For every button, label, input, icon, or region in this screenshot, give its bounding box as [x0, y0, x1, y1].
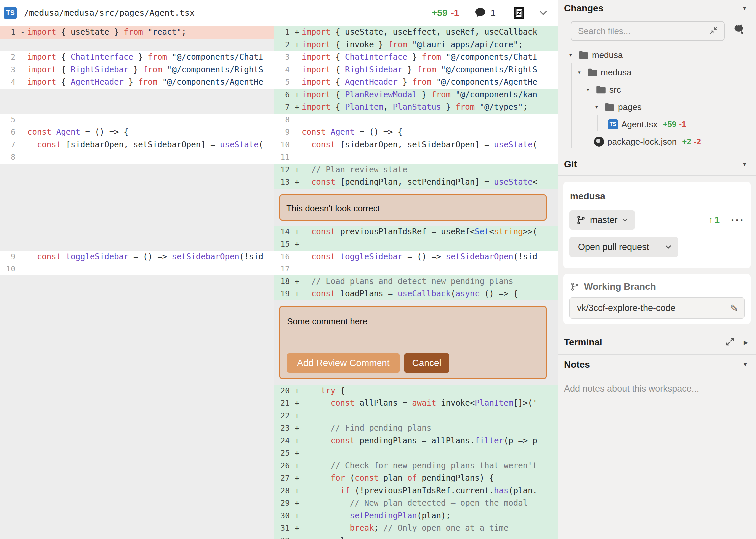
diff-code-line[interactable]: 30+ setPendingPlan(plan); — [274, 510, 558, 522]
diff-code-line[interactable]: 16 const toggleSidebar = () => setSideba… — [274, 251, 558, 263]
open-pull-request-button[interactable]: Open pull request — [569, 237, 658, 257]
chevron-down-icon[interactable] — [538, 7, 549, 19]
diff-code-line[interactable]: 24+ const pendingPlans = allPlans.filter… — [274, 435, 558, 447]
comment-bubble-icon[interactable] — [474, 7, 486, 19]
diff-code-line[interactable]: 2import { ChatInterface } from "@/compon… — [0, 51, 274, 64]
search-files-input[interactable] — [577, 26, 709, 37]
diff-filler-cell — [0, 89, 274, 101]
diff-code-line[interactable]: 31+ break; // Only open one at a time — [274, 522, 558, 535]
tree-item-pages[interactable]: ▾pages — [558, 98, 756, 116]
diff-code-line[interactable]: 10 const [sidebarOpen, setSidebarOpen] =… — [274, 139, 558, 151]
notes-placeholder[interactable]: Add notes about this workspace... — [558, 375, 756, 403]
comment-input[interactable]: Some comment here — [280, 307, 546, 327]
terminal-section-header[interactable]: Terminal ▶ — [558, 330, 756, 354]
changes-section-header[interactable]: Changes ▼ — [558, 0, 756, 17]
working-branch-field[interactable]: vk/3ccf-explore-the-code ✎ — [569, 297, 745, 319]
github-cat-icon[interactable] — [732, 24, 745, 38]
diff-code-line[interactable]: 8 — [274, 114, 558, 126]
diff-code-line[interactable]: 11 — [274, 151, 558, 164]
diff-marker: + — [292, 26, 302, 39]
diff-code-line[interactable]: 19+ const loadPlans = useCallback(async … — [274, 288, 558, 300]
code-text: } — [302, 535, 558, 539]
collapse-tree-icon[interactable] — [709, 25, 719, 37]
line-number: 3 — [0, 64, 15, 76]
git-section-header[interactable]: Git ▼ — [558, 153, 756, 175]
chevron-down-icon[interactable]: ▾ — [569, 52, 575, 58]
cancel-button[interactable]: Cancel — [404, 353, 449, 373]
diff-code-line[interactable]: 9const Agent = () => { — [274, 126, 558, 139]
collapse-triangle-icon[interactable]: ▼ — [742, 361, 748, 368]
diff-code-line[interactable]: 7 const [sidebarOpen, setSidebarOpen] = … — [0, 139, 274, 151]
expand-right-triangle-icon[interactable]: ▶ — [744, 339, 748, 346]
comment-composer[interactable]: Some comment hereAdd Review CommentCance… — [279, 306, 547, 379]
diff-code-line[interactable]: 2+import { invoke } from "@tauri-apps/ap… — [274, 39, 558, 51]
code-text: break; // Only open one at a time — [302, 522, 558, 535]
diff-code-line[interactable]: 23+ // Find pending plans — [274, 422, 558, 435]
code-text — [302, 151, 558, 164]
diff-code-line[interactable]: 3import { ChatInterface } from "@/compon… — [274, 51, 558, 64]
diff-marker: + — [292, 422, 302, 435]
diff-code-line[interactable]: 13+ const [pendingPlan, setPendingPlan] … — [274, 176, 558, 189]
diff-code-line[interactable]: 1+import { useState, useEffect, useRef, … — [274, 26, 558, 39]
diff-code-line[interactable]: 9 const toggleSidebar = () => setSidebar… — [0, 251, 274, 263]
edit-pencil-icon[interactable]: ✎ — [730, 302, 738, 314]
diff-code-line[interactable]: 14+ const previousPlanIdsRef = useRef<Se… — [274, 226, 558, 238]
diff-row: 15+ — [0, 238, 558, 251]
diff-code-line[interactable]: 27+ for (const plan of pendingPlans) { — [274, 472, 558, 485]
diff-code-line[interactable]: 5import { AgentHeader } from "@/componen… — [274, 76, 558, 89]
diff-code-line[interactable]: 4import { RightSidebar } from "@/compone… — [274, 64, 558, 76]
diff-filler-cell — [0, 497, 274, 510]
diff-code-line[interactable]: 25+ — [274, 447, 558, 460]
branch-selector[interactable]: master — [569, 210, 635, 230]
code-text: import { useState, useEffect, useRef, us… — [302, 26, 558, 39]
diff-code-line[interactable]: 6+import { PlanReviewModal } from "@/com… — [274, 89, 558, 101]
diff-code-line[interactable]: 17 — [274, 263, 558, 275]
code-text: for (const plan of pendingPlans) { — [302, 472, 558, 485]
file-label: pages — [618, 102, 642, 112]
tree-item-medusa[interactable]: ▾medusa — [558, 64, 756, 81]
chevron-down-icon[interactable]: ▾ — [578, 69, 584, 75]
diff-filler-cell — [0, 288, 274, 300]
diff-row: 31+ break; // Only open one at a time — [0, 522, 558, 535]
diff-row: 20+ try { — [0, 385, 558, 397]
tree-item-package-lock-json[interactable]: package-lock.json+2-2 — [558, 133, 756, 150]
diff-code-line[interactable]: 15+ — [274, 238, 558, 251]
diff-code-line[interactable]: 3import { RightSidebar } from "@/compone… — [0, 64, 274, 76]
diff-code-line[interactable]: 22+ — [274, 410, 558, 422]
diff-code-line[interactable]: 6const Agent = () => { — [0, 126, 274, 139]
chevron-down-icon[interactable]: ▾ — [595, 104, 601, 110]
diff-code-line[interactable]: 28+ if (!previousPlanIdsRef.current.has(… — [274, 485, 558, 497]
diff-row: 24+ const pendingPlans = allPlans.filter… — [0, 435, 558, 447]
overflow-menu-icon[interactable]: ··· — [731, 214, 745, 226]
diff-code-line[interactable]: 10 — [0, 263, 274, 275]
diff-code-line[interactable]: 12+ // Plan review state — [274, 164, 558, 176]
line-number: 8 — [274, 114, 290, 126]
folder-icon — [579, 51, 589, 59]
add-review-comment-button[interactable]: Add Review Comment — [287, 353, 400, 373]
diff-body: 1-import { useState } from "react";1+imp… — [0, 26, 558, 539]
diff-code-line[interactable]: 29+ // New plan detected — open the moda… — [274, 497, 558, 510]
diff-code-line[interactable]: 4import { AgentHeader } from "@/componen… — [0, 76, 274, 89]
chevron-down-icon[interactable]: ▾ — [587, 87, 593, 93]
diff-code-line[interactable]: 32+ } — [274, 535, 558, 539]
notes-section-header[interactable]: Notes ▼ — [558, 355, 756, 375]
tree-item-src[interactable]: ▾src — [558, 81, 756, 98]
collapse-triangle-icon[interactable]: ▼ — [742, 161, 747, 168]
tree-item-medusa[interactable]: ▾medusa — [558, 46, 756, 64]
diff-code-line[interactable]: 21+ const allPlans = await invoke<PlanIt… — [274, 397, 558, 410]
collapse-triangle-icon[interactable]: ▼ — [742, 5, 747, 12]
line-number: 18 — [274, 275, 290, 288]
diff-code-line[interactable]: 7+import { PlanItem, PlanStatus } from "… — [274, 101, 558, 114]
pull-request-options-button[interactable] — [658, 237, 678, 257]
review-comment[interactable]: This doesn't look correct — [279, 194, 547, 221]
diff-code-line[interactable]: 8 — [0, 151, 274, 164]
diff-code-line[interactable]: 18+ // Load plans and detect new pending… — [274, 275, 558, 288]
diff-code-line[interactable]: 5 — [0, 114, 274, 126]
tree-item-agent-tsx[interactable]: TSAgent.tsx+59-1 — [558, 116, 756, 133]
expand-icon[interactable] — [725, 337, 735, 348]
diff-code-line[interactable]: 26+ // Check for new pending plans that … — [274, 460, 558, 472]
diff-code-line[interactable]: 20+ try { — [274, 385, 558, 397]
search-files-box[interactable] — [571, 21, 725, 41]
diff-code-line[interactable]: 1-import { useState } from "react"; — [0, 26, 274, 39]
zed-editor-icon[interactable] — [512, 6, 526, 20]
